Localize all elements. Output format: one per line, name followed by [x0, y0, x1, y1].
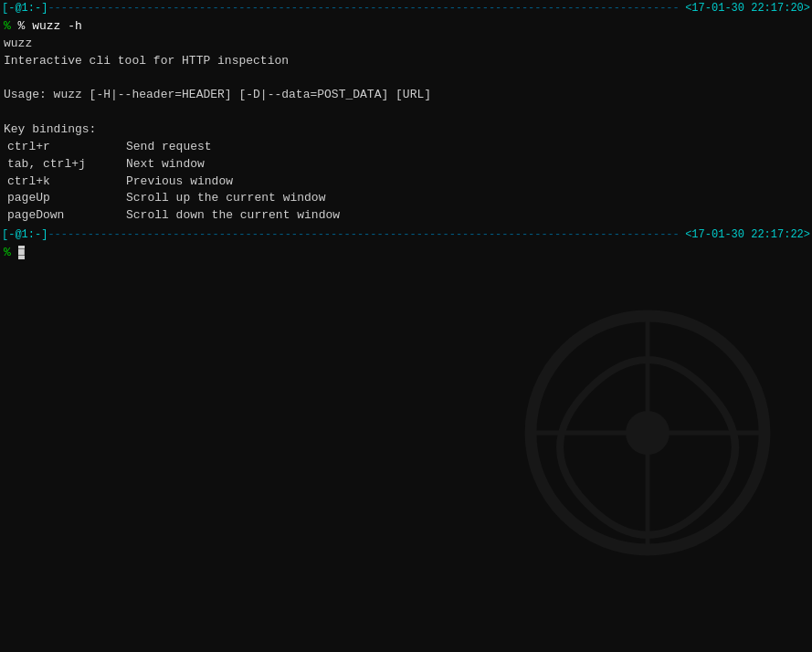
desc-scroll-down: Scroll down the current window	[126, 208, 340, 222]
prompt-symbol-1: %	[4, 19, 18, 33]
blank-line-2	[4, 104, 808, 121]
desc-next-window: Next window	[126, 157, 205, 171]
svg-point-0	[531, 316, 765, 550]
blank-line-1	[4, 70, 808, 88]
final-prompt-line: % □	[4, 245, 808, 262]
prompt-symbol-2: %	[4, 246, 18, 259]
key-bindings-header-line: Key bindings:	[4, 121, 808, 139]
app-name: wuzz	[4, 37, 32, 50]
usage-line: Usage: wuzz [-H|--header=HEADER] [-D|--d…	[4, 87, 808, 104]
tmux-timestamp-top: <17-01-30 22:17:20>	[685, 0, 812, 16]
desc-scroll-up: Scroll up the current window	[126, 191, 325, 205]
tmux-session-label-top: [-@1:-]	[0, 0, 47, 16]
key-ctrl-r: ctrl+r	[7, 139, 126, 156]
desc-prev-window: Previous window	[126, 174, 233, 188]
binding-ctrl-k: ctrl+kPrevious window	[4, 174, 808, 191]
terminal-window: [-@1:-] --------------------------------…	[0, 0, 812, 652]
tmux-timestamp-bottom: <17-01-30 22:17:22>	[685, 226, 812, 243]
tmux-bar-top: [-@1:-] --------------------------------…	[0, 0, 812, 16]
key-ctrl-k: ctrl+k	[7, 174, 126, 191]
cursor-block: □	[18, 246, 26, 259]
svg-point-1	[626, 411, 670, 455]
tmux-bar-bottom: [-@1:-] --------------------------------…	[0, 226, 812, 243]
tmux-session-label-bottom: [-@1:-]	[0, 226, 47, 243]
usage-text: Usage: wuzz [-H|--header=HEADER] [-D|--d…	[4, 88, 431, 101]
binding-pageup: pageUpScroll up the current window	[4, 190, 808, 207]
binding-pagedown: pageDownScroll down the current window	[4, 207, 808, 225]
terminal-content-after: % □	[0, 243, 812, 264]
watermark	[501, 287, 794, 579]
key-pagedown: pageDown	[7, 207, 126, 225]
terminal-content: % % wuzz -h wuzz Interactive cli tool fo…	[0, 16, 812, 226]
key-tab: tab, ctrl+j	[7, 156, 126, 174]
binding-tab: tab, ctrl+jNext window	[4, 156, 808, 174]
key-pageup: pageUp	[7, 190, 126, 207]
tmux-bar-line-bottom: ----------------------------------------…	[47, 226, 685, 243]
command-line: % % wuzz -h	[4, 18, 808, 36]
tmux-bar-line-top: ----------------------------------------…	[47, 0, 685, 16]
app-name-line: wuzz	[4, 36, 808, 53]
key-bindings-header: Key bindings:	[4, 122, 96, 136]
command-text: % wuzz -h	[18, 19, 82, 33]
binding-ctrl-r: ctrl+rSend request	[4, 139, 808, 156]
description-line: Interactive cli tool for HTTP inspection	[4, 53, 808, 70]
app-description: Interactive cli tool for HTTP inspection	[4, 54, 289, 68]
desc-send-request: Send request	[126, 140, 212, 153]
